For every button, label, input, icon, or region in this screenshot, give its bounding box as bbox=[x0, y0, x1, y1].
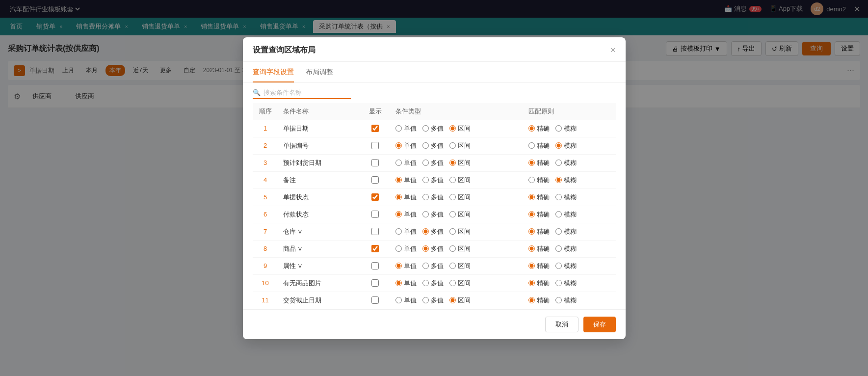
radio-match-精确[interactable]: 精确 bbox=[528, 176, 550, 185]
radio-type-多值[interactable]: 多值 bbox=[422, 159, 444, 167]
radio-type-多值[interactable]: 多值 bbox=[422, 176, 444, 185]
cell-type: 单值 多值 区间 bbox=[391, 154, 524, 171]
show-checkbox-4[interactable] bbox=[371, 193, 379, 201]
radio-type-区间[interactable]: 区间 bbox=[449, 262, 471, 270]
col-header-show: 显示 bbox=[360, 103, 391, 120]
cell-order: 6 bbox=[253, 206, 278, 223]
radio-type-区间[interactable]: 区间 bbox=[449, 193, 471, 202]
show-checkbox-10[interactable] bbox=[371, 296, 379, 304]
radio-match-精确[interactable]: 精确 bbox=[528, 296, 550, 305]
radio-match-模糊[interactable]: 模糊 bbox=[555, 141, 577, 150]
show-checkbox-5[interactable] bbox=[371, 211, 379, 218]
show-checkbox-7[interactable] bbox=[371, 245, 379, 252]
radio-type-区间[interactable]: 区间 bbox=[449, 141, 471, 150]
show-checkbox-1[interactable] bbox=[371, 142, 379, 149]
radio-type-单值[interactable]: 单值 bbox=[395, 159, 417, 167]
radio-match-模糊[interactable]: 模糊 bbox=[555, 176, 577, 185]
cell-show[interactable] bbox=[360, 240, 391, 257]
show-checkbox-2[interactable] bbox=[371, 159, 379, 166]
radio-type-单值[interactable]: 单值 bbox=[395, 193, 417, 202]
show-checkbox-9[interactable] bbox=[371, 279, 379, 287]
cell-show[interactable] bbox=[360, 206, 391, 223]
show-checkbox-3[interactable] bbox=[371, 176, 379, 184]
radio-type-单值[interactable]: 单值 bbox=[395, 296, 417, 305]
radio-type-区间[interactable]: 区间 bbox=[449, 124, 471, 133]
dialog-footer: 取消 保存 bbox=[243, 309, 626, 339]
cell-show[interactable] bbox=[360, 274, 391, 292]
radio-type-区间[interactable]: 区间 bbox=[449, 210, 471, 219]
radio-match-精确[interactable]: 精确 bbox=[528, 141, 550, 150]
radio-type-多值[interactable]: 多值 bbox=[422, 124, 444, 133]
radio-type-多值[interactable]: 多值 bbox=[422, 210, 444, 219]
radio-match-模糊[interactable]: 模糊 bbox=[555, 296, 577, 305]
radio-type-区间[interactable]: 区间 bbox=[449, 227, 471, 236]
radio-match-模糊[interactable]: 模糊 bbox=[555, 227, 577, 236]
radio-match-精确[interactable]: 精确 bbox=[528, 124, 550, 133]
radio-match-模糊[interactable]: 模糊 bbox=[555, 262, 577, 270]
show-checkbox-8[interactable] bbox=[371, 262, 379, 269]
radio-match-精确[interactable]: 精确 bbox=[528, 193, 550, 202]
radio-type-单值[interactable]: 单值 bbox=[395, 227, 417, 236]
radio-type-区间[interactable]: 区间 bbox=[449, 176, 471, 185]
radio-match-模糊[interactable]: 模糊 bbox=[555, 279, 577, 288]
table-row: 5单据状态 单值 多值 区间 精确 模糊 bbox=[253, 188, 616, 206]
show-checkbox-6[interactable] bbox=[371, 228, 379, 235]
cell-name: 有无商品图片 bbox=[278, 274, 360, 292]
radio-match-模糊[interactable]: 模糊 bbox=[555, 124, 577, 133]
cell-show[interactable] bbox=[360, 223, 391, 240]
radio-match-精确[interactable]: 精确 bbox=[528, 227, 550, 236]
dialog-close-button[interactable]: × bbox=[610, 45, 616, 55]
radio-type-单值[interactable]: 单值 bbox=[395, 279, 417, 288]
radio-type-单值[interactable]: 单值 bbox=[395, 244, 417, 253]
radio-match-模糊[interactable]: 模糊 bbox=[555, 244, 577, 253]
radio-type-区间[interactable]: 区间 bbox=[449, 159, 471, 167]
search-input[interactable] bbox=[263, 89, 342, 96]
cell-type: 单值 多值 区间 bbox=[391, 171, 524, 188]
radio-match-精确[interactable]: 精确 bbox=[528, 159, 550, 167]
radio-match-模糊[interactable]: 模糊 bbox=[555, 210, 577, 219]
save-button[interactable]: 保存 bbox=[583, 317, 616, 332]
dialog-tab-layout-adjust[interactable]: 布局调整 bbox=[306, 68, 333, 82]
radio-match-精确[interactable]: 精确 bbox=[528, 262, 550, 270]
cell-order: 11 bbox=[253, 292, 278, 309]
radio-type-多值[interactable]: 多值 bbox=[422, 279, 444, 288]
settings-dialog: 设置查询区域布局 × 查询字段设置 布局调整 🔍 顺序 条件名称 显示 bbox=[243, 37, 626, 339]
radio-type-单值[interactable]: 单值 bbox=[395, 141, 417, 150]
radio-type-多值[interactable]: 多值 bbox=[422, 193, 444, 202]
radio-match-模糊[interactable]: 模糊 bbox=[555, 159, 577, 167]
cell-show[interactable] bbox=[360, 120, 391, 137]
radio-type-多值[interactable]: 多值 bbox=[422, 141, 444, 150]
cell-show[interactable] bbox=[360, 257, 391, 274]
radio-type-区间[interactable]: 区间 bbox=[449, 296, 471, 305]
cell-order: 10 bbox=[253, 274, 278, 292]
radio-type-单值[interactable]: 单值 bbox=[395, 262, 417, 270]
cancel-button[interactable]: 取消 bbox=[545, 317, 579, 332]
radio-type-多值[interactable]: 多值 bbox=[422, 227, 444, 236]
cell-show[interactable] bbox=[360, 137, 391, 154]
radio-type-单值[interactable]: 单值 bbox=[395, 210, 417, 219]
dialog-tab-query-fields[interactable]: 查询字段设置 bbox=[253, 68, 294, 82]
cell-show[interactable] bbox=[360, 154, 391, 171]
radio-type-区间[interactable]: 区间 bbox=[449, 244, 471, 253]
cell-type: 单值 多值 区间 bbox=[391, 137, 524, 154]
radio-type-区间[interactable]: 区间 bbox=[449, 279, 471, 288]
table-row: 2单据编号 单值 多值 区间 精确 模糊 bbox=[253, 137, 616, 154]
radio-match-精确[interactable]: 精确 bbox=[528, 244, 550, 253]
cell-type: 单值 多值 区间 bbox=[391, 257, 524, 274]
radio-type-多值[interactable]: 多值 bbox=[422, 262, 444, 270]
cell-name: 单据状态 bbox=[278, 188, 360, 206]
cell-show[interactable] bbox=[360, 292, 391, 309]
radio-type-单值[interactable]: 单值 bbox=[395, 124, 417, 133]
cell-order: 4 bbox=[253, 171, 278, 188]
radio-match-精确[interactable]: 精确 bbox=[528, 279, 550, 288]
col-header-name: 条件名称 bbox=[278, 103, 360, 120]
radio-type-多值[interactable]: 多值 bbox=[422, 244, 444, 253]
radio-match-精确[interactable]: 精确 bbox=[528, 210, 550, 219]
cell-show[interactable] bbox=[360, 171, 391, 188]
cell-show[interactable] bbox=[360, 188, 391, 206]
radio-type-多值[interactable]: 多值 bbox=[422, 296, 444, 305]
radio-type-单值[interactable]: 单值 bbox=[395, 176, 417, 185]
radio-match-模糊[interactable]: 模糊 bbox=[555, 193, 577, 202]
cell-name: 商品 ∨ bbox=[278, 240, 360, 257]
show-checkbox-0[interactable] bbox=[371, 125, 379, 132]
